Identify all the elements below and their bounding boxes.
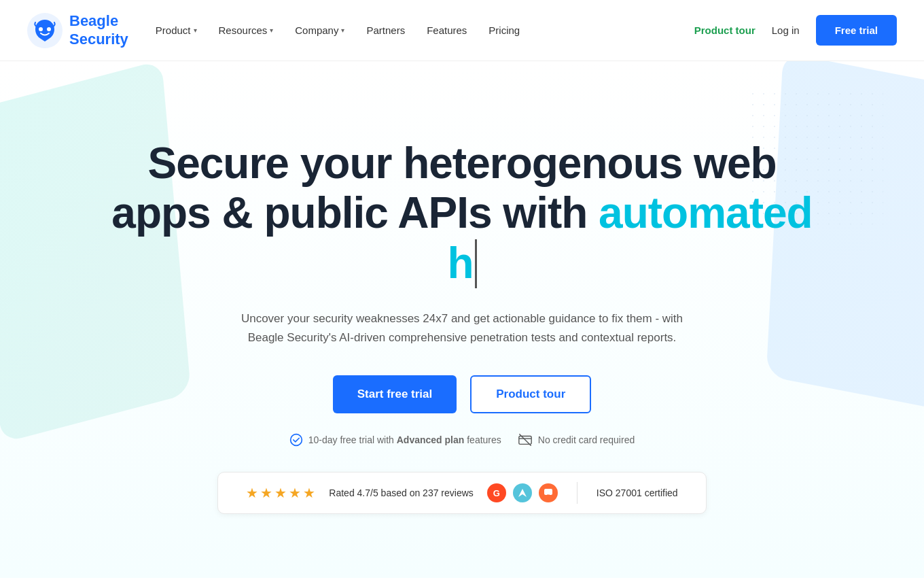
svg-point-2	[47, 27, 51, 31]
navbar-left: BeagleSecurity Product ▾ Resources ▾ Com…	[27, 12, 520, 48]
svg-marker-6	[518, 489, 527, 497]
navbar: BeagleSecurity Product ▾ Resources ▾ Com…	[0, 0, 924, 61]
product-tour-button[interactable]: Product tour	[470, 375, 591, 413]
start-free-trial-button[interactable]: Start free trial	[333, 375, 457, 413]
star-4: ★	[289, 485, 301, 501]
rating-divider	[577, 482, 578, 504]
hero-content: Secure your heterogenous web apps & publ…	[111, 139, 812, 515]
star-5: ★	[303, 485, 315, 501]
nav-item-partners[interactable]: Partners	[366, 24, 405, 36]
nav-item-company[interactable]: Company ▾	[295, 24, 344, 36]
hero-title: Secure your heterogenous web apps & publ…	[111, 139, 812, 289]
no-credit-card-icon	[518, 432, 533, 447]
chat-logo	[539, 483, 558, 502]
star-1: ★	[246, 485, 258, 501]
trial-badge-text: 10-day free trial with Advanced plan fea…	[308, 434, 501, 445]
nav-product-tour-link[interactable]: Product tour	[694, 24, 756, 36]
iso-certified-text: ISO 27001 certified	[597, 487, 678, 498]
beagle-logo-icon	[27, 13, 63, 48]
cursor-blink	[475, 239, 477, 288]
rating-text: Rated 4.7/5 based on 237 reviews	[329, 487, 473, 498]
hero-buttons: Start free trial Product tour	[111, 375, 812, 413]
chevron-down-icon: ▾	[194, 27, 197, 34]
logo[interactable]: BeagleSecurity	[27, 12, 128, 48]
navbar-right: Product tour Log in Free trial	[694, 15, 897, 46]
star-rating: ★ ★ ★ ★ ★	[246, 485, 315, 501]
g2-logo: G	[487, 483, 506, 502]
capterra-logo	[513, 483, 532, 502]
hero-subtitle: Uncover your security weaknesses 24x7 an…	[224, 309, 700, 349]
chevron-down-icon: ▾	[341, 27, 344, 34]
star-2: ★	[260, 485, 272, 501]
rating-bar: ★ ★ ★ ★ ★ Rated 4.7/5 based on 237 revie…	[217, 472, 707, 514]
check-circle-icon	[289, 433, 303, 447]
chat-icon	[543, 487, 554, 498]
nav-item-features[interactable]: Features	[427, 24, 467, 36]
star-3: ★	[274, 485, 287, 501]
nav-login-link[interactable]: Log in	[772, 24, 800, 36]
typing-text: h	[447, 239, 473, 289]
trial-badge: 10-day free trial with Advanced plan fea…	[289, 433, 501, 447]
review-logos: G	[487, 483, 558, 502]
nav-free-trial-button[interactable]: Free trial	[816, 15, 897, 46]
svg-point-1	[39, 27, 43, 31]
capterra-icon	[517, 487, 528, 498]
no-card-badge: No credit card required	[518, 432, 635, 447]
nav-item-resources[interactable]: Resources ▾	[219, 24, 274, 36]
chevron-down-icon: ▾	[270, 27, 273, 34]
no-card-text: No credit card required	[538, 434, 635, 445]
logo-text: BeagleSecurity	[69, 12, 128, 48]
nav-links: Product ▾ Resources ▾ Company ▾ Partners…	[156, 24, 520, 36]
svg-rect-7	[544, 489, 552, 495]
hero-section: Secure your heterogenous web apps & publ…	[0, 61, 924, 578]
svg-point-3	[290, 434, 302, 446]
nav-item-product[interactable]: Product ▾	[156, 24, 197, 36]
nav-item-pricing[interactable]: Pricing	[488, 24, 520, 36]
trust-badges: 10-day free trial with Advanced plan fea…	[111, 432, 812, 447]
